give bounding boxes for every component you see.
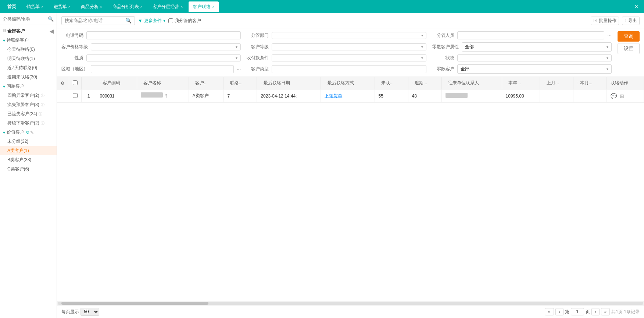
dept-select[interactable]: ▾ [272,32,426,39]
close-purchase-icon[interactable]: × [68,5,71,9]
close-sales-icon[interactable]: × [41,5,43,9]
last-contact-method-link[interactable]: 下销货单 [325,93,342,98]
scrollbar-thumb[interactable] [61,302,208,305]
retail-attr-label: 零散客户属性 [432,44,459,50]
close-customer-contact-icon[interactable]: × [212,5,214,9]
nav-tab-analysis[interactable]: 商品分析 × [76,1,107,12]
search-input[interactable] [65,18,125,23]
cell-no-contact: 55 [375,89,408,103]
first-page-btn[interactable]: « [545,308,554,315]
nav-tab-sales[interactable]: 销货单 × [22,1,48,12]
col-type: :客户... [189,77,223,89]
toolbar-search-icon[interactable]: 🔍 [125,18,132,24]
sidebar-group-pending[interactable]: ▾ 待联络客户 [0,36,57,45]
sidebar-group-problem[interactable]: ▾ 问题客户 [0,82,57,91]
sidebar-item-tomorrow[interactable]: 明天待联络(1) [0,54,57,63]
nature-select[interactable]: ▾ [86,54,241,61]
more-filters-btn[interactable]: ▼ 更多条件 ▾ [138,18,165,24]
problem-arrow-icon: ▾ [3,84,5,89]
close-analysis-icon[interactable]: × [100,5,102,9]
sidebar-search-wrap: 🔍 [0,13,57,25]
cell-last-contact-method: 下销货单 [321,89,375,103]
close-analysis-list-icon[interactable]: × [140,5,143,9]
sales-label: 销货单 [26,4,40,10]
set-button[interactable]: 设置 [618,43,640,54]
sidebar-search-icon[interactable]: 🔍 [48,16,54,22]
row-checkbox[interactable] [73,93,78,98]
scrollbar-track [58,302,643,305]
toolbar: 🔍 ▼ 更多条件 ▾ 我分管的客户 ☑ 批量操作 ↑ 导出 [57,13,644,28]
customer-tier-select[interactable]: ▾ [272,43,426,50]
sidebar-item-declining[interactable]: 持续下滑客户(2) ⓘ [0,119,57,128]
all-customers-header[interactable]: ⠿ 全部客户 ◀ [0,25,57,36]
sidebar-item-overdue[interactable]: 逾期未联络(30) [0,73,57,82]
sidebar-item-class-b[interactable]: B类客户(33) [0,155,57,165]
tomorrow-label: 明天待联络(1) [7,56,35,62]
page-size-select[interactable]: 50 100 [80,308,99,316]
nav-tab-analysis-list[interactable]: 商品分析列表 × [108,1,147,12]
my-customers-checkbox[interactable] [168,18,173,23]
filter-actions: 查询 设置 [618,31,640,74]
filter-field-customer-tier: 客户等级 ▾ [247,43,426,50]
customer-type-input[interactable] [272,65,426,73]
sidebar-item-churn-warning[interactable]: 流失预警客户(3) ⓘ [0,100,57,109]
region-input[interactable] [91,65,234,73]
filter-field-payment: 收付款条件 ▾ [247,54,426,61]
prev-page-btn[interactable]: ‹ [555,308,564,315]
chat-icon[interactable]: 💬 [611,93,617,99]
cell-this-year: 10995.00 [502,89,540,103]
export-btn[interactable]: ↑ 导出 [622,17,640,25]
churn-warning-info-icon: ⓘ [41,102,44,107]
sidebar-item-unclassified[interactable]: 未分组(32) [0,137,57,146]
last-page-btn[interactable]: » [601,308,610,315]
sidebar-group-value[interactable]: ▾ 价值客户 ↻ ✎ [0,128,57,137]
status-arrow-icon: ▾ [607,56,608,60]
batch-op-btn[interactable]: ☑ 批量操作 [591,17,619,25]
filter-panel: 电话号码 分管部门 ▾ 分管人员 [57,28,644,77]
payment-select[interactable]: ▾ [272,54,426,61]
nav-tab-home[interactable]: 首页 [3,1,21,12]
sidebar-search-input[interactable] [3,17,48,22]
sidebar-collapse-icon[interactable]: ◀ [50,28,54,34]
my-customers-wrap: 我分管的客户 [168,18,201,24]
refresh-icon[interactable]: ↻ [26,130,29,135]
col-contact: :联络... [223,77,257,89]
pending-group-label: 待联络客户 [7,37,29,43]
phone-input[interactable] [86,31,241,39]
main-layout: 🔍 ⠿ 全部客户 ◀ ▾ 待联络客户 今天待联络(0) 明天待联络(1) 近7天… [0,13,644,318]
person-dots-icon[interactable]: ··· [607,32,612,38]
next-page-btn[interactable]: › [591,308,600,315]
col-gear[interactable]: ⚙ [57,77,69,89]
nav-tab-customer-tier[interactable]: 客户分层经营 × [148,1,187,12]
region-dots-icon[interactable]: ··· [237,66,241,72]
batch-op-check-icon: ☑ [593,18,597,23]
close-customer-tier-icon[interactable]: × [180,5,183,9]
nav-tab-purchase[interactable]: 进货单 × [49,1,75,12]
select-all-checkbox[interactable] [73,80,78,85]
dept-label: 分管部门 [247,32,269,39]
close-all-btn[interactable]: × [632,2,641,11]
sidebar-item-7days[interactable]: 近7天待联络(0) [0,63,57,73]
query-button[interactable]: 查询 [618,31,640,42]
price-tier-select[interactable]: ▾ [91,43,241,50]
current-page-input[interactable] [571,308,584,315]
qr-icon[interactable]: ⊞ [620,93,624,99]
sidebar-item-class-c[interactable]: C类客户(6) [0,165,57,174]
sidebar-item-class-a[interactable]: A类客户(1) [0,146,57,155]
sidebar-item-repurchase-abnormal[interactable]: 回购异常客户(2) ⓘ [0,91,57,100]
nav-tab-customer-contact[interactable]: 客户联络 × [189,1,219,12]
col-last-contact-method: :最后联络方式 [321,77,375,89]
retail-value: 全部 [461,66,469,72]
retail-select[interactable]: 全部 ▾ [457,64,612,74]
status-select[interactable]: ▾ [457,54,612,61]
edit-icon[interactable]: ✎ [30,130,34,135]
cell-num: 1 [81,89,96,103]
sidebar-item-today[interactable]: 今天待联络(0) [0,45,57,54]
person-input[interactable] [457,31,605,39]
col-unit-contact: :往来单位联系人 [441,77,502,89]
sidebar-item-churned[interactable]: 已流失客户(24) ⓘ [0,109,57,119]
customer-name-char: ？ [164,93,168,99]
horizontal-scrollbar[interactable] [57,301,644,305]
retail-attr-select[interactable]: 全部 ▾ [462,42,612,52]
problem-group-label: 问题客户 [7,83,24,89]
